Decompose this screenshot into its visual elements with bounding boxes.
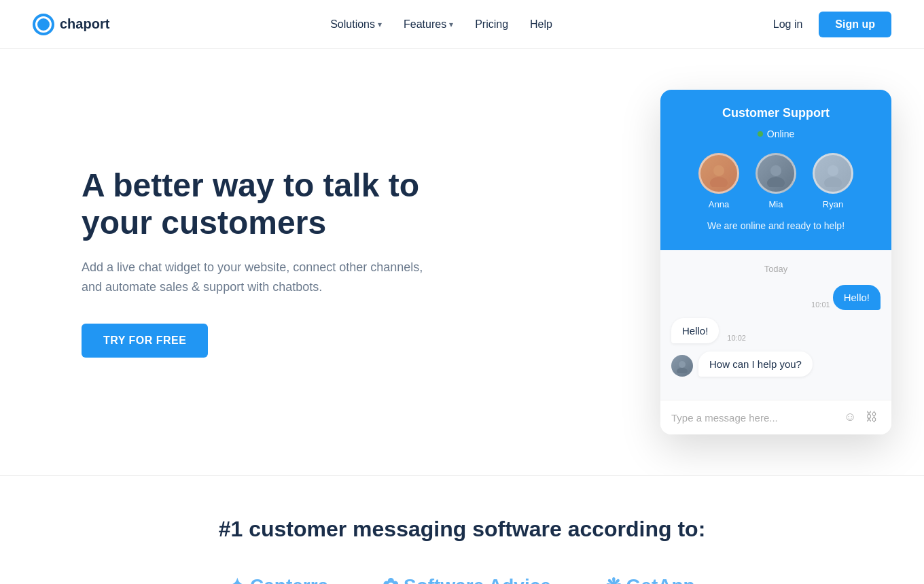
chat-input-icons: ☺ ⛓ <box>844 410 881 425</box>
nav-solutions[interactable]: Solutions ▾ <box>330 18 382 31</box>
svg-point-1 <box>710 177 728 187</box>
login-link[interactable]: Log in <box>773 18 803 31</box>
agent-name-ryan: Ryan <box>823 199 843 209</box>
chat-widget: Customer Support Online Anna <box>660 90 891 434</box>
svg-point-2 <box>770 165 781 176</box>
signup-button[interactable]: Sign up <box>819 12 891 37</box>
hero-section: A better way to talk to your customers A… <box>0 49 924 475</box>
chat-date: Today <box>671 264 881 274</box>
svg-point-3 <box>767 177 785 187</box>
svg-point-0 <box>713 165 724 176</box>
try-free-button[interactable]: TRY FOR FREE <box>82 324 208 358</box>
logo-icon <box>33 14 54 35</box>
nav-pricing[interactable]: Pricing <box>475 18 508 31</box>
nav-help[interactable]: Help <box>530 18 552 31</box>
partner-logos-row: ✦ Capterra ✿ Software Advice ❋ GetApp <box>33 574 891 584</box>
chat-message-row: Hello! 10:02 <box>671 318 881 343</box>
nav-actions: Log in Sign up <box>773 12 891 37</box>
svg-point-5 <box>824 177 842 187</box>
chevron-down-icon: ▾ <box>378 20 382 29</box>
agent-name-mia: Mia <box>769 199 783 209</box>
chat-time: 10:01 <box>811 300 830 309</box>
attachment-icon[interactable]: ⛓ <box>866 410 881 425</box>
chat-status-text: Online <box>767 128 794 139</box>
logo-link[interactable]: chaport <box>33 14 109 35</box>
svg-point-4 <box>828 165 838 176</box>
capterra-logo-icon: ✦ Capterra <box>229 574 328 584</box>
agent-avatar-mia <box>756 153 796 194</box>
software-advice-logo-icon: ✿ Software Advice <box>383 574 551 584</box>
agent-mia: Mia <box>756 153 796 209</box>
svg-point-6 <box>679 361 686 368</box>
chat-input-placeholder: Type a message here... <box>671 412 838 424</box>
chat-bubble-agent: Hello! <box>671 318 719 343</box>
agent-name-anna: Anna <box>709 199 729 209</box>
chat-ready-message: We are online and ready to help! <box>707 220 845 231</box>
chat-message-row: 10:01 Hello! <box>671 285 881 310</box>
chat-time: 10:02 <box>727 334 746 342</box>
hero-title: A better way to talk to your customers <box>82 167 435 241</box>
chat-bubble-agent: How can I help you? <box>698 351 813 377</box>
chevron-down-icon: ▾ <box>449 20 453 29</box>
chat-widget-demo: Customer Support Online Anna <box>660 90 891 434</box>
agent-anna: Anna <box>698 153 739 209</box>
chat-header-title: Customer Support <box>722 106 830 120</box>
hero-content: A better way to talk to your customers A… <box>82 167 435 358</box>
emoji-icon[interactable]: ☺ <box>844 410 859 425</box>
agent-ryan: Ryan <box>813 153 853 209</box>
hero-subtitle: Add a live chat widget to your website, … <box>82 258 435 297</box>
chat-message-row: How can I help you? <box>671 351 881 377</box>
bottom-title: #1 customer messaging software according… <box>33 517 891 542</box>
getapp-logo-icon: ❋ GetApp <box>605 574 695 584</box>
navigation: chaport Solutions ▾ Features ▾ Pricing H… <box>0 0 924 49</box>
online-indicator <box>758 131 763 137</box>
svg-point-7 <box>677 368 688 373</box>
chat-input-area: Type a message here... ☺ ⛓ <box>660 400 891 434</box>
logo-getapp: ❋ GetApp <box>605 574 695 584</box>
nav-features[interactable]: Features ▾ <box>404 18 453 31</box>
logo-text: chaport <box>60 16 109 32</box>
nav-links: Solutions ▾ Features ▾ Pricing Help <box>330 18 552 31</box>
bottom-section: #1 customer messaging software according… <box>0 475 924 584</box>
chat-header: Customer Support Online Anna <box>660 90 891 250</box>
logo-capterra: ✦ Capterra <box>229 574 328 584</box>
logo-software-advice: ✿ Software Advice <box>383 574 551 584</box>
chat-agents: Anna Mia Ryan <box>698 153 853 209</box>
agent-avatar-anna <box>698 153 739 194</box>
chat-status: Online <box>758 128 794 139</box>
chat-body: Today 10:01 Hello! Hello! 10:02 How can <box>660 250 891 400</box>
avatar <box>671 355 693 377</box>
chat-bubble-user: Hello! <box>833 285 881 310</box>
agent-avatar-ryan <box>813 153 853 194</box>
